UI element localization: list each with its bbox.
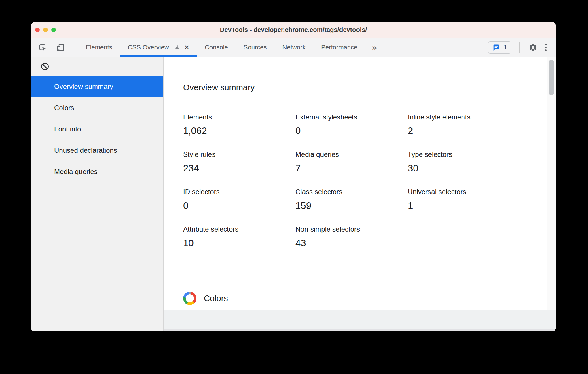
stat-value: 0 <box>295 125 408 137</box>
scrollbar-thumb[interactable] <box>549 60 554 95</box>
sidebar-item-media-queries[interactable]: Media queries <box>31 161 163 182</box>
devtools-body: Overview summaryColorsFont infoUnused de… <box>31 57 556 331</box>
clear-overview-icon[interactable] <box>40 61 50 72</box>
stat-label: Attribute selectors <box>183 225 295 234</box>
stat-external-stylesheets: External stylesheets0 <box>295 113 408 137</box>
stat-value: 7 <box>295 162 408 174</box>
tab-performance[interactable]: Performance <box>313 38 365 57</box>
tab-label: Network <box>282 44 306 51</box>
stat-value: 43 <box>295 237 408 249</box>
stat-value: 1,062 <box>183 125 295 137</box>
tab-label: Elements <box>86 44 112 51</box>
tab-css-overview[interactable]: CSS Overview× <box>120 38 197 57</box>
minimize-window-button[interactable] <box>43 28 48 32</box>
console-insights-count: 1 <box>503 43 507 51</box>
stat-type-selectors: Type selectors30 <box>408 150 520 174</box>
stat-elements: Elements1,062 <box>183 113 295 137</box>
color-wheel-icon <box>183 292 196 305</box>
window-titlebar: DevTools - developer.chrome.com/tags/dev… <box>31 22 556 38</box>
stat-non-simple-selectors: Non-simple selectors43 <box>295 225 408 249</box>
overview-content: Overview summary Elements1,062External s… <box>164 57 556 310</box>
stat-label: Inline style elements <box>408 113 520 121</box>
page-title: Overview summary <box>183 82 556 93</box>
active-tab-underline <box>120 55 197 57</box>
experiment-flask-icon <box>174 44 181 51</box>
chevron-double-right-icon: » <box>372 43 377 52</box>
more-tabs-button[interactable]: » <box>365 38 384 57</box>
devtools-toolbar: ElementsCSS Overview×ConsoleSourcesNetwo… <box>31 38 556 57</box>
tab-label: Performance <box>321 44 357 51</box>
sidebar-toolbar <box>31 57 163 76</box>
window-bottom-edge <box>164 329 556 331</box>
tab-sources[interactable]: Sources <box>236 38 275 57</box>
tab-network[interactable]: Network <box>275 38 314 57</box>
toolbar-left-icons <box>31 38 66 57</box>
sidebar-item-font-info[interactable]: Font info <box>31 119 163 140</box>
device-toolbar-icon[interactable] <box>55 42 66 53</box>
sidebar-items: Overview summaryColorsFont infoUnused de… <box>31 76 163 182</box>
status-footer <box>164 310 556 329</box>
stat-value: 159 <box>295 200 408 212</box>
tab-label: Console <box>205 44 228 51</box>
stat-value: 2 <box>408 125 520 137</box>
toolbar-divider <box>69 42 69 53</box>
close-window-button[interactable] <box>35 28 40 32</box>
stat-label: Style rules <box>183 150 295 159</box>
inspect-element-icon[interactable] <box>37 42 48 53</box>
stat-value: 30 <box>408 162 520 174</box>
sidebar-item-overview-summary[interactable]: Overview summary <box>31 76 163 97</box>
colors-section-header: Colors <box>183 292 556 305</box>
window-title: DevTools - developer.chrome.com/tags/dev… <box>220 26 367 34</box>
stat-label: Universal selectors <box>408 188 520 196</box>
devtools-tabs: ElementsCSS Overview×ConsoleSourcesNetwo… <box>78 38 365 57</box>
stat-label: Elements <box>183 113 295 121</box>
gear-icon[interactable] <box>528 42 538 53</box>
stat-value: 234 <box>183 162 295 174</box>
stat-id-selectors: ID selectors0 <box>183 188 295 212</box>
toolbar-right-controls: 1 <box>488 38 556 57</box>
sidebar-item-unused-declarations[interactable]: Unused declarations <box>31 140 163 161</box>
stat-label: External stylesheets <box>295 113 408 121</box>
vertical-scrollbar[interactable] <box>547 57 556 310</box>
kebab-menu-icon[interactable] <box>543 44 548 51</box>
colors-section-title: Colors <box>204 294 228 303</box>
stat-universal-selectors: Universal selectors1 <box>408 188 520 212</box>
devtools-window: DevTools - developer.chrome.com/tags/dev… <box>31 22 556 331</box>
css-overview-sidebar: Overview summaryColorsFont infoUnused de… <box>31 57 164 331</box>
close-tab-icon[interactable]: × <box>185 43 189 51</box>
tab-console[interactable]: Console <box>197 38 236 57</box>
stat-label: Class selectors <box>295 188 408 196</box>
chat-bubble-icon <box>492 43 500 51</box>
stat-value: 0 <box>183 200 295 212</box>
stat-class-selectors: Class selectors159 <box>295 188 408 212</box>
main-column: Overview summary Elements1,062External s… <box>164 57 556 331</box>
stat-label: Media queries <box>295 150 408 159</box>
stat-style-rules: Style rules234 <box>183 150 295 174</box>
stat-value: 1 <box>408 200 520 212</box>
stat-inline-style-elements: Inline style elements2 <box>408 113 520 137</box>
tab-label: Sources <box>244 44 267 51</box>
console-insights-button[interactable]: 1 <box>488 41 511 54</box>
stat-label: Type selectors <box>408 150 520 159</box>
summary-stats-grid: Elements1,062External stylesheets0Inline… <box>183 113 556 249</box>
zoom-window-button[interactable] <box>51 28 56 32</box>
stat-attribute-selectors: Attribute selectors10 <box>183 225 295 249</box>
stat-label: ID selectors <box>183 188 295 196</box>
tab-elements[interactable]: Elements <box>78 38 120 57</box>
stat-value: 10 <box>183 237 295 249</box>
toolbar-divider <box>519 42 520 53</box>
sidebar-item-colors[interactable]: Colors <box>31 97 163 119</box>
section-divider <box>164 271 547 271</box>
stat-media-queries: Media queries7 <box>295 150 408 174</box>
tab-label: CSS Overview <box>128 44 169 51</box>
stat-label: Non-simple selectors <box>295 225 408 234</box>
traffic-lights <box>35 22 56 38</box>
